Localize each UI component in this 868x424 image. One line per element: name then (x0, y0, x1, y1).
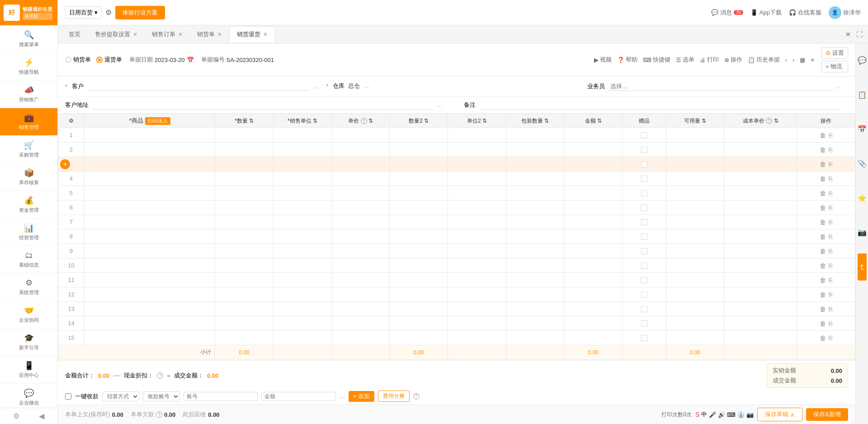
gift-cell[interactable] (623, 287, 666, 302)
copy-row-btn[interactable]: ⎘ (829, 248, 832, 255)
list-view-btn[interactable]: ≡ (811, 57, 814, 63)
customer-more-btn[interactable]: … (313, 83, 319, 90)
tab-sales-delivery[interactable]: 销货单 ✕ (190, 27, 229, 42)
qty-cell[interactable] (215, 258, 274, 273)
delete-row-btn[interactable]: 🗑 (820, 276, 826, 284)
gift-cell[interactable] (623, 302, 666, 316)
cost-cell[interactable] (724, 172, 797, 186)
select-order-btn[interactable]: ☰ 选单 (676, 56, 694, 64)
pack-qty-cell[interactable] (506, 215, 564, 229)
unit2-cell[interactable] (448, 229, 506, 244)
video-btn[interactable]: ▶ 视频 (594, 56, 612, 64)
scan-btn[interactable]: 扫码录入 (145, 117, 170, 125)
amount-cell[interactable] (564, 258, 623, 273)
unit-cell[interactable] (274, 273, 332, 287)
unit-cell[interactable] (274, 302, 332, 316)
account-no-input[interactable] (184, 392, 258, 401)
qty-cell[interactable] (215, 273, 274, 287)
unit2-cell[interactable] (448, 302, 506, 316)
avail-cell[interactable] (666, 273, 724, 287)
sidebar-item-enterprise[interactable]: 🤝 企业协同 (0, 301, 57, 329)
price-info-icon[interactable]: ? (361, 118, 367, 124)
collapse-btn[interactable]: ◀ (39, 412, 44, 420)
qty2-cell[interactable] (390, 229, 448, 244)
delete-row-btn[interactable]: 🗑 (820, 334, 826, 342)
avail-cell[interactable] (666, 172, 724, 186)
amount-cell[interactable] (564, 186, 623, 200)
cost-cell[interactable] (724, 331, 797, 345)
gift-cell[interactable] (623, 186, 666, 200)
unit-cell[interactable] (274, 244, 332, 258)
right-panel-screenshot[interactable]: 📷 (858, 219, 867, 246)
product-cell[interactable] (84, 128, 215, 143)
sidebar-item-sales[interactable]: 💼 销售管理 (0, 108, 57, 136)
unit2-cell[interactable] (448, 200, 506, 215)
right-panel-msg[interactable]: 💬 (858, 47, 867, 74)
cost-cell[interactable] (724, 229, 797, 244)
gift-cell[interactable] (623, 215, 666, 229)
unit2-cell[interactable] (448, 143, 506, 157)
price-cell[interactable] (331, 316, 390, 331)
product-cell[interactable] (84, 302, 215, 316)
note-input[interactable] (479, 100, 841, 110)
product-input[interactable] (86, 161, 213, 167)
copy-row-btn[interactable]: ⎘ (829, 233, 832, 240)
tab-sales-order[interactable]: 销售订单 ✕ (145, 27, 190, 42)
gear-icon[interactable]: ⚙ (105, 8, 112, 17)
unit-cell[interactable] (274, 331, 332, 345)
amount-cell[interactable] (564, 172, 623, 186)
gift-cell[interactable] (623, 258, 666, 273)
unit-cell[interactable] (274, 316, 332, 331)
gift-checkbox[interactable] (641, 233, 647, 240)
add-payment-btn[interactable]: + 添加 (349, 391, 374, 402)
debt-info-icon[interactable]: ? (156, 411, 162, 418)
price-cell[interactable] (331, 215, 390, 229)
product-cell[interactable] (84, 287, 215, 302)
qty2-cell[interactable] (390, 316, 448, 331)
product-cell[interactable] (84, 215, 215, 229)
qty-cell[interactable] (215, 244, 274, 258)
qty-cell[interactable] (215, 287, 274, 302)
qty2-cell[interactable] (390, 215, 448, 229)
avail-cell[interactable] (666, 215, 724, 229)
gift-checkbox[interactable] (641, 306, 647, 312)
address-input[interactable] (92, 100, 433, 110)
pack-qty-cell[interactable] (506, 157, 564, 172)
settings-bottom-btn[interactable]: ⚙ (13, 412, 19, 420)
sidebar-item-apps[interactable]: 📱 应用中心 (0, 356, 57, 384)
one-key-payment-checkbox[interactable] (65, 393, 71, 400)
qty2-cell[interactable] (390, 287, 448, 302)
price-cell[interactable] (331, 200, 390, 215)
pack-qty-cell[interactable] (506, 287, 564, 302)
qty2-cell[interactable] (390, 331, 448, 345)
fee-split-btn[interactable]: 费用分摊 (378, 391, 410, 402)
cost-cell[interactable] (724, 316, 797, 331)
pack-qty-cell[interactable] (506, 316, 564, 331)
minus-icon[interactable]: — (113, 372, 120, 380)
product-cell[interactable] (84, 331, 215, 345)
qty-cell[interactable] (215, 186, 274, 200)
delete-row-btn[interactable]: 🗑 (820, 219, 826, 226)
radio-return[interactable]: 退货单 (96, 56, 122, 64)
copy-row-btn[interactable]: ⎘ (829, 305, 832, 313)
avail-cell[interactable] (666, 302, 724, 316)
right-panel-todo[interactable]: 📋 (858, 81, 867, 109)
price-cell[interactable] (331, 143, 390, 157)
experience-btn[interactable]: 体验行业方案 (115, 6, 165, 19)
sidebar-item-operation[interactable]: 📊 经营管理 (0, 219, 57, 246)
amount-cell[interactable] (564, 215, 623, 229)
app-download-btn[interactable]: 📱 App下载 (750, 9, 782, 17)
help-btn[interactable]: ❓ 帮助 (617, 56, 637, 64)
product-cell[interactable] (84, 172, 215, 186)
sidebar-item-purchase[interactable]: 🛒 采购管理 (0, 136, 57, 163)
close-tab-btn[interactable]: ✕ (844, 30, 853, 39)
calendar-icon[interactable]: 📅 (187, 57, 194, 63)
amount-cell[interactable] (564, 287, 623, 302)
qty2-cell[interactable] (390, 186, 448, 200)
sidebar-item-inventory[interactable]: 📦 库存核算 (0, 163, 57, 191)
amount-cell[interactable] (564, 331, 623, 345)
avail-cell[interactable] (666, 186, 724, 200)
avail-cell[interactable] (666, 157, 724, 172)
grid-view-btn[interactable]: ▦ (800, 57, 805, 63)
gift-cell[interactable] (623, 331, 666, 345)
